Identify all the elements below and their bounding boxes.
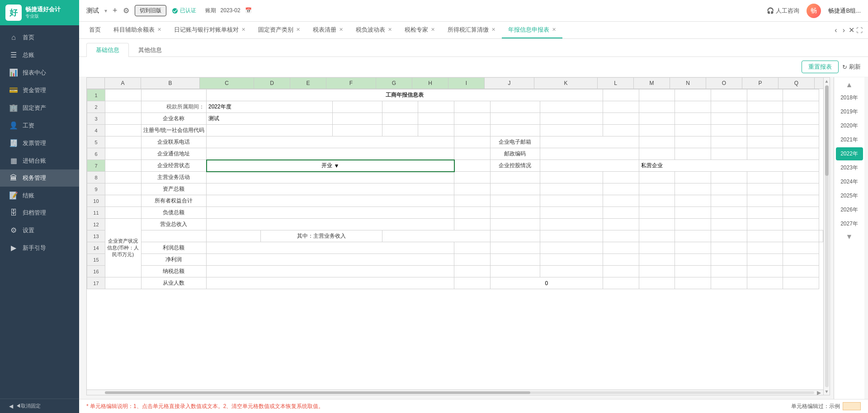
cell-17A[interactable] xyxy=(105,277,141,289)
cell-2F[interactable] xyxy=(333,101,382,113)
cell-12I[interactable] xyxy=(454,219,491,230)
year-item-2025[interactable]: 2025年 xyxy=(836,189,863,202)
cell-2O[interactable] xyxy=(711,101,747,113)
cell-6P[interactable] xyxy=(747,148,783,160)
cell-16J[interactable] xyxy=(490,266,540,277)
cell-8I[interactable] xyxy=(454,172,491,183)
cell-13Q[interactable] xyxy=(819,230,823,242)
cell-11N[interactable] xyxy=(675,207,711,219)
cell-5N[interactable] xyxy=(675,136,711,148)
cell-13N[interactable] xyxy=(711,230,747,242)
cell-5A[interactable] xyxy=(105,136,141,148)
cell-8P[interactable] xyxy=(747,172,783,183)
cell-8A[interactable] xyxy=(105,172,141,183)
cell-9C[interactable] xyxy=(207,183,454,195)
cell-10I[interactable] xyxy=(454,195,491,207)
tab-close-journal[interactable]: ✕ xyxy=(241,27,245,33)
sidebar-item-asset[interactable]: 🏢 固定资产 xyxy=(0,99,79,117)
tab-close-all-button[interactable]: ✕ xyxy=(849,26,854,34)
cell-9N[interactable] xyxy=(675,183,711,195)
settings-button[interactable]: ⚙ xyxy=(123,6,129,15)
tab-taxform[interactable]: 税表清册 ✕ xyxy=(307,22,349,38)
cell-14I[interactable] xyxy=(454,242,491,254)
year-down-button[interactable]: ▼ xyxy=(834,231,864,243)
cell-13C[interactable] xyxy=(207,230,261,242)
cell-9J[interactable] xyxy=(490,183,540,195)
cell-16N[interactable] xyxy=(675,266,711,277)
cell-5M[interactable] xyxy=(639,136,675,148)
cell-8L[interactable] xyxy=(603,172,639,183)
tab-taxcheck[interactable]: 税检专家 ✕ xyxy=(398,22,441,38)
cell-11M[interactable] xyxy=(639,207,675,219)
cell-1A[interactable] xyxy=(105,89,141,101)
year-up-button[interactable]: ▲ xyxy=(834,79,864,91)
cell-3A[interactable] xyxy=(105,113,141,125)
cell-13J[interactable] xyxy=(540,230,603,242)
cell-16C[interactable] xyxy=(207,266,454,277)
cell-2L[interactable] xyxy=(603,101,639,113)
cell-8Q[interactable] xyxy=(783,172,819,183)
cell-3C[interactable]: 测试 xyxy=(207,113,333,125)
cell-4G[interactable] xyxy=(382,125,418,136)
cell-6C[interactable] xyxy=(207,148,454,160)
cell-7K[interactable] xyxy=(540,160,639,172)
cell-3J[interactable] xyxy=(490,113,540,125)
cell-1M[interactable] xyxy=(639,89,675,101)
cell-17Q[interactable] xyxy=(783,277,819,289)
cell-7I[interactable] xyxy=(454,160,491,172)
sidebar-item-ledger[interactable]: ☰ 总账 xyxy=(0,46,79,64)
tab-journal[interactable]: 日记账与银行对账单核对 ✕ xyxy=(168,22,252,38)
cell-2P[interactable] xyxy=(747,101,783,113)
sidebar-item-fund[interactable]: 💳 资金管理 xyxy=(0,81,79,99)
year-item-2018[interactable]: 2018年 xyxy=(836,91,863,104)
cell-2H[interactable] xyxy=(418,101,454,113)
cell-6K[interactable] xyxy=(540,148,639,160)
cell-9Q[interactable] xyxy=(783,183,819,195)
cell-17C[interactable] xyxy=(207,277,454,289)
cell-5Q[interactable] xyxy=(783,136,819,148)
year-item-2023[interactable]: 2023年 xyxy=(836,161,863,174)
cell-16Q[interactable] xyxy=(783,266,819,277)
cell-4Q[interactable] xyxy=(783,125,819,136)
cell-6O[interactable] xyxy=(711,148,747,160)
cell-10A[interactable] xyxy=(105,195,141,207)
cell-12Q[interactable] xyxy=(783,219,819,230)
subtab-basic[interactable]: 基础信息 xyxy=(86,43,129,57)
tab-aux[interactable]: 科目辅助余额表 ✕ xyxy=(107,22,168,38)
tab-next-button[interactable]: › xyxy=(841,24,847,36)
cell-17O[interactable] xyxy=(711,277,747,289)
year-item-2026[interactable]: 2026年 xyxy=(836,203,863,216)
cell-3N[interactable] xyxy=(675,113,711,125)
cell-1B[interactable] xyxy=(141,89,206,101)
tab-close-taxform[interactable]: ✕ xyxy=(339,27,343,33)
cell-9L[interactable] xyxy=(603,183,639,195)
cell-13G[interactable] xyxy=(382,230,490,242)
refresh-button[interactable]: ↻ 刷新 xyxy=(842,63,861,71)
cell-2I[interactable] xyxy=(454,101,491,113)
cell-3F[interactable] xyxy=(333,113,382,125)
cell-4I[interactable] xyxy=(454,125,491,136)
cell-3L[interactable] xyxy=(603,113,639,125)
cell-4M[interactable] xyxy=(639,125,675,136)
cell-15C[interactable] xyxy=(207,254,454,266)
cell-6M[interactable] xyxy=(639,148,675,160)
cell-4N[interactable] xyxy=(675,125,711,136)
scroll-up-button[interactable]: ▲ xyxy=(824,78,830,84)
cell-17L[interactable] xyxy=(603,277,639,289)
cell-14C[interactable] xyxy=(207,242,454,254)
tab-close-fixed[interactable]: ✕ xyxy=(296,27,300,33)
cell-16M[interactable] xyxy=(639,266,675,277)
cell-9K[interactable] xyxy=(540,183,603,195)
cell-11C[interactable] xyxy=(207,207,454,219)
cell-13O[interactable] xyxy=(747,230,783,242)
tab-prev-button[interactable]: ‹ xyxy=(833,24,839,36)
cell-10Q[interactable] xyxy=(783,195,819,207)
year-item-2021[interactable]: 2021年 xyxy=(836,133,863,146)
cell-2N[interactable] xyxy=(675,101,711,113)
sidebar-item-report[interactable]: 📊 报表中心 xyxy=(0,64,79,81)
cell-13L[interactable] xyxy=(639,230,675,242)
cell-3G[interactable] xyxy=(382,113,418,125)
cell-11K[interactable] xyxy=(540,207,603,219)
reset-button[interactable]: 重置报表 xyxy=(802,61,839,73)
cell-13P[interactable] xyxy=(783,230,819,242)
